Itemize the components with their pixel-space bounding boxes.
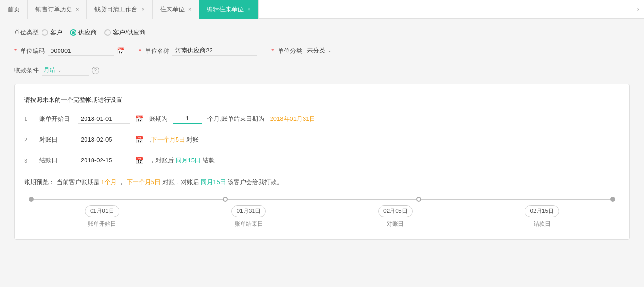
tl-badge-start: 01月01日 <box>85 205 119 217</box>
payment-help-icon[interactable]: ? <box>92 67 99 74</box>
tl-sub-payment: 结款日 <box>534 220 551 228</box>
tl-badge-reconcile: 02月05日 <box>378 205 413 217</box>
preview-text4: 该客户会给我打款。 <box>228 178 283 186</box>
preview-text2: ， <box>119 178 125 186</box>
radio-label-customer: 客户 <box>50 28 62 37</box>
row-num-3: 3 <box>24 157 34 164</box>
tl-node-end <box>223 197 228 202</box>
tl-node-reconcile <box>416 197 421 202</box>
payment-date-calendar-icon[interactable]: 📅 <box>136 157 144 164</box>
timeline-wrapper: 01月01日 账单开始日 01月31日 账单结束日 02月05日 对账日 02月… <box>24 197 620 228</box>
close-edit-counterpart[interactable]: × <box>247 7 250 12</box>
code-name-category-row: * 单位编码 📅 * 单位名称 * 单位分类 未分类 ⌄ <box>14 45 630 56</box>
start-date-input[interactable] <box>78 114 130 124</box>
row-label-3: 结款日 <box>39 156 72 165</box>
tab-edit-counterpart[interactable]: 编辑往来单位 × <box>199 0 258 19</box>
tl-sub-start: 账单开始日 <box>88 220 116 228</box>
timeline-labels: 01月01日 账单开始日 01月31日 账单结束日 02月05日 对账日 02月… <box>29 205 615 228</box>
tl-node-payment <box>610 197 615 202</box>
tl-segment-1 <box>34 199 223 200</box>
unit-name-field: * 单位名称 <box>139 46 257 56</box>
close-sales-history[interactable]: × <box>76 7 79 12</box>
radio-circle-both <box>104 29 111 36</box>
radio-supplier[interactable]: 供应商 <box>70 28 97 37</box>
payment-field: 收款条件 月结 ⌄ ? <box>14 65 99 76</box>
row-label-2: 对账日 <box>39 135 72 144</box>
unit-name-label: 单位名称 <box>145 47 169 55</box>
tab-cash-work[interactable]: 钱货日清工作台 × <box>87 0 152 19</box>
tl-segment-2 <box>228 199 417 200</box>
payment-row: 收款条件 月结 ⌄ ? <box>14 65 630 76</box>
row-num-1: 1 <box>24 115 34 122</box>
unit-type-row: 单位类型 客户 供应商 客户/供应商 <box>14 28 630 37</box>
start-date-calendar-icon[interactable]: 📅 <box>136 115 144 123</box>
name-star: * <box>139 47 141 54</box>
reconcile-date-input[interactable] <box>78 135 130 144</box>
close-counterpart[interactable]: × <box>188 7 191 12</box>
preview-text: 账期预览： 当前客户账期是 1个月 ， 下一个月5日 对账，对账后 同月15日 … <box>24 177 620 187</box>
box-section: 请按照未来的一个完整帐期进行设置 1 账单开始日 📅 账期为 个月,账单结束日期… <box>14 84 630 240</box>
setting-row-1: 1 账单开始日 📅 账期为 个月,账单结束日期为 2018年01月31日 <box>24 114 620 124</box>
radio-circle-supplier <box>70 29 76 36</box>
tab-counterpart[interactable]: 往来单位 × <box>153 0 199 19</box>
timeline-top <box>29 197 615 202</box>
radio-both[interactable]: 客户/供应商 <box>104 28 145 37</box>
payment-suffix: ，对账后 同月15日 结款 <box>149 156 215 165</box>
preview-text1: 当前客户账期是 <box>57 178 100 186</box>
unit-code-input[interactable] <box>48 46 114 56</box>
reconcile-suffix: ,下一个月5日 对账 <box>149 135 199 144</box>
tl-dot-end <box>223 197 228 202</box>
tl-dot-payment <box>610 197 615 202</box>
radio-label-both: 客户/供应商 <box>113 28 145 37</box>
tab-home[interactable]: 首页 <box>0 0 28 19</box>
radio-customer[interactable]: 客户 <box>42 28 62 37</box>
row-num-2: 2 <box>24 136 34 144</box>
tl-node-start <box>29 197 34 202</box>
close-cash-work[interactable]: × <box>141 7 144 12</box>
preview-span1: 1个月 <box>101 178 117 186</box>
radio-label-supplier: 供应商 <box>78 28 97 37</box>
payment-label: 收款条件 <box>14 66 39 75</box>
tl-badge-payment: 02月15日 <box>525 205 559 217</box>
category-chevron-icon: ⌄ <box>327 47 332 54</box>
category-star: * <box>271 47 274 54</box>
unit-name-input[interactable] <box>172 46 257 56</box>
tl-label-reconcile: 02月05日 对账日 <box>322 205 469 228</box>
unit-type-label: 单位类型 <box>14 28 39 37</box>
unit-type-field: 单位类型 客户 供应商 客户/供应商 <box>14 28 145 37</box>
unit-type-radio-group: 客户 供应商 客户/供应商 <box>42 28 145 37</box>
unit-category-select[interactable]: 未分类 ⌄ <box>305 45 343 56</box>
tab-sales-history[interactable]: 销售订单历史 × <box>28 0 87 19</box>
preview-span2: 下一个月5日 <box>127 178 161 186</box>
tl-label-start: 01月01日 账单开始日 <box>29 205 176 228</box>
tabs-bar: 首页 销售订单历史 × 钱货日清工作台 × 往来单位 × 编辑往来单位 × › <box>0 0 644 19</box>
tabs-more-arrow[interactable]: › <box>633 6 644 13</box>
tl-sub-end: 账单结束日 <box>235 220 263 228</box>
code-star: * <box>14 47 17 54</box>
main-content: 单位类型 客户 供应商 客户/供应商 * 单位编码 <box>0 19 644 287</box>
radio-circle-customer <box>42 29 48 36</box>
payment-value: 月结 <box>43 66 56 74</box>
tl-dot-start <box>29 197 34 202</box>
box-title: 请按照未来的一个完整帐期进行设置 <box>24 96 620 104</box>
period-input[interactable] <box>173 114 202 124</box>
unit-category-field: * 单位分类 未分类 ⌄ <box>271 45 343 56</box>
unit-code-field: * 单位编码 📅 <box>14 46 125 56</box>
preview-span3: 同月15日 <box>201 178 226 186</box>
setting-row-2: 2 对账日 📅 ,下一个月5日 对账 <box>24 135 620 144</box>
unit-code-label: 单位编码 <box>20 47 45 55</box>
unit-category-label: 单位分类 <box>278 47 302 55</box>
period-after-text: 个月,账单结束日期为 <box>207 115 264 123</box>
tl-label-payment: 02月15日 结款日 <box>469 205 616 228</box>
tl-dot-reconcile <box>416 197 421 202</box>
payment-select[interactable]: 月结 ⌄ <box>42 65 89 76</box>
tl-badge-end: 01月31日 <box>231 205 266 217</box>
reconcile-date-calendar-icon[interactable]: 📅 <box>136 136 144 144</box>
tl-label-end: 01月31日 账单结束日 <box>176 205 322 228</box>
tl-sub-reconcile: 对账日 <box>387 220 404 228</box>
tl-segment-3 <box>421 199 610 200</box>
unit-category-value: 未分类 <box>307 46 325 55</box>
payment-chevron-icon: ⌄ <box>58 68 61 73</box>
payment-date-input[interactable] <box>78 156 130 165</box>
code-calendar-icon[interactable]: 📅 <box>117 47 125 55</box>
